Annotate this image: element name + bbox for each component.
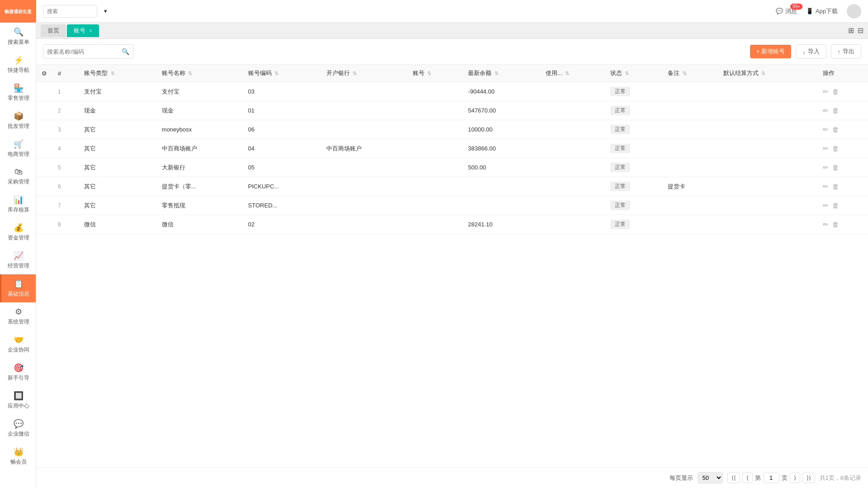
row-type: 其它: [79, 139, 156, 158]
sidebar-item-enterprise-agreement[interactable]: 🤝企业协同: [0, 330, 36, 358]
row-remark: [662, 215, 718, 234]
sidebar-item-label: 系统管理: [8, 318, 29, 326]
message-button[interactable]: 💬 消息 99+: [776, 7, 797, 15]
topbar-search-input[interactable]: [43, 5, 97, 18]
delete-icon[interactable]: 🗑: [832, 202, 839, 209]
row-bank: [321, 82, 407, 101]
col-balance[interactable]: 最新余额 ⇅: [462, 65, 540, 82]
sidebar-item-retail-mgmt[interactable]: 🏪零售管理: [0, 79, 36, 107]
row-default-settle: [718, 139, 817, 158]
edit-icon[interactable]: ✏: [823, 88, 829, 96]
sidebar-item-enterprise-wechat[interactable]: 💬企业微信: [0, 414, 36, 442]
delete-icon[interactable]: 🗑: [832, 88, 839, 95]
row-action: ✏ 🗑: [817, 139, 868, 158]
sidebar-item-member[interactable]: 👑畅会员: [0, 442, 36, 470]
page-next-button[interactable]: ⟩: [790, 473, 800, 483]
page-last-button[interactable]: ⟩⟩: [802, 473, 815, 483]
sidebar-item-operations-mgmt[interactable]: 📈经营管理: [0, 246, 36, 274]
sidebar-item-inventory[interactable]: 📊库存核算: [0, 190, 36, 218]
page-input[interactable]: [763, 473, 779, 483]
edit-icon[interactable]: ✏: [823, 221, 829, 229]
col-bank[interactable]: 开户银行 ⇅: [321, 65, 407, 82]
row-status: 正常: [605, 215, 662, 234]
col-name[interactable]: 账号名称 ⇅: [156, 65, 243, 82]
delete-icon[interactable]: 🗑: [832, 183, 839, 190]
sidebar-item-search-menu[interactable]: 🔍搜索菜单: [0, 23, 36, 51]
col-usage[interactable]: 使用... ⇅: [540, 65, 605, 82]
row-code: STORED...: [243, 196, 321, 215]
col-status[interactable]: 状态 ⇅: [605, 65, 662, 82]
app-logo: 畅捷通财生意: [0, 0, 36, 23]
row-num: 1: [52, 82, 79, 101]
tab-home[interactable]: 首页: [41, 24, 66, 37]
search-input[interactable]: [47, 48, 122, 55]
delete-icon[interactable]: 🗑: [832, 126, 839, 133]
row-remark: [662, 158, 718, 177]
sidebar-item-app-center[interactable]: 🔲应用中心: [0, 386, 36, 414]
row-remark: [662, 139, 718, 158]
row-status: 正常: [605, 101, 662, 120]
sidebar-item-finance-mgmt[interactable]: 💰资金管理: [0, 218, 36, 246]
col-action: 操作: [817, 65, 868, 82]
row-balance: 547670.00: [462, 101, 540, 120]
delete-icon[interactable]: 🗑: [832, 221, 839, 228]
per-page-label: 每页显示: [670, 474, 693, 482]
app-download-button[interactable]: 📱 App下载: [806, 7, 838, 15]
row-type: 其它: [79, 158, 156, 177]
row-num: 8: [52, 215, 79, 234]
tab-collapse-icon[interactable]: ⊟: [858, 26, 863, 35]
page-prev-button[interactable]: ⟨: [742, 473, 753, 483]
delete-icon[interactable]: 🗑: [832, 107, 839, 114]
row-settings: [36, 82, 52, 101]
col-remark[interactable]: 备注 ⇅: [662, 65, 718, 82]
row-remark: [662, 101, 718, 120]
col-type[interactable]: 账号类型 ⇅: [79, 65, 156, 82]
edit-icon[interactable]: ✏: [823, 126, 829, 134]
row-default-settle: [718, 196, 817, 215]
edit-icon[interactable]: ✏: [823, 183, 829, 191]
row-bank: [321, 101, 407, 120]
row-status: 正常: [605, 120, 662, 139]
table-head: ⚙ # 账号类型 ⇅ 账号名称 ⇅ 账号编码 ⇅ 开户银行 ⇅ 账号 ⇅ 最新余…: [36, 65, 868, 82]
edit-icon[interactable]: ✏: [823, 164, 829, 172]
row-remark: 提货卡: [662, 177, 718, 196]
row-default-settle: [718, 215, 817, 234]
import-button[interactable]: ↓ 导入: [796, 44, 826, 59]
row-status: 正常: [605, 196, 662, 215]
delete-icon[interactable]: 🗑: [832, 164, 839, 171]
main-area: ▾ 💬 消息 99+ 📱 App下载 首页 账号 × ⊞ ⊟: [36, 0, 868, 488]
sidebar-item-beginner-guide[interactable]: 🎯新手引导: [0, 358, 36, 386]
sidebar-item-quick-nav[interactable]: ⚡快捷导航: [0, 51, 36, 79]
edit-icon[interactable]: ✏: [823, 145, 829, 153]
tab-expand-icon[interactable]: ⊞: [848, 26, 854, 35]
tab-close-icon[interactable]: ×: [89, 28, 92, 34]
sidebar-item-purchase-mgmt[interactable]: 🛍采购管理: [0, 163, 36, 190]
sidebar-item-ecommerce-mgmt[interactable]: 🛒电商管理: [0, 135, 36, 163]
col-code[interactable]: 账号编码 ⇅: [243, 65, 321, 82]
export-button[interactable]: ↑ 导出: [831, 44, 862, 59]
col-account[interactable]: 账号 ⇅: [407, 65, 463, 82]
row-num: 5: [52, 158, 79, 177]
col-settings[interactable]: ⚙: [36, 65, 52, 82]
row-remark: [662, 82, 718, 101]
tab-account[interactable]: 账号 ×: [67, 24, 99, 37]
row-type: 支付宝: [79, 82, 156, 101]
row-status: 正常: [605, 82, 662, 101]
sidebar-item-label: 新手引导: [8, 374, 29, 382]
sidebar-item-basic-info[interactable]: 📋基础信息: [0, 274, 36, 302]
user-avatar[interactable]: [847, 4, 861, 19]
edit-icon[interactable]: ✏: [823, 107, 829, 115]
edit-icon[interactable]: ✏: [823, 202, 829, 210]
sidebar-item-system-mgmt[interactable]: ⚙系统管理: [0, 302, 36, 330]
col-default-settle[interactable]: 默认结算方式 ⇅: [718, 65, 817, 82]
add-account-button[interactable]: + 新增账号: [750, 45, 791, 58]
per-page-select[interactable]: 50 20 100: [698, 472, 723, 483]
row-bank: [321, 158, 407, 177]
quick-nav-icon: ⚡: [14, 55, 24, 65]
sidebar-item-label: 经营管理: [8, 262, 29, 270]
delete-icon[interactable]: 🗑: [832, 145, 839, 152]
page-first-button[interactable]: ⟨⟨: [727, 473, 740, 483]
topbar-dropdown[interactable]: ▾: [104, 8, 107, 14]
search-box[interactable]: 🔍: [43, 44, 133, 59]
sidebar-item-wholesale-mgmt[interactable]: 📦批发管理: [0, 107, 36, 135]
